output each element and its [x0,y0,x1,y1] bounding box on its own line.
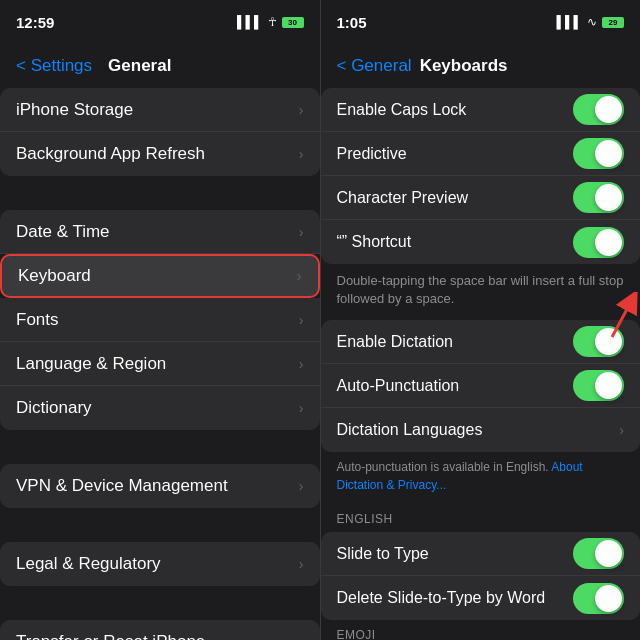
shortcut-label: “” Shortcut [337,233,574,251]
dictation-languages-row[interactable]: Dictation Languages › [321,408,641,452]
transfer-row[interactable]: Transfer or Reset iPhone › [0,620,320,640]
fonts-label: Fonts [16,310,299,330]
keyboard-chevron: › [297,268,302,284]
left-time: 12:59 [16,14,54,31]
spacebar-info: Double-tapping the space bar will insert… [321,264,641,320]
top-toggle-group: Enable Caps Lock Predictive Character Pr… [321,88,641,264]
dictionary-chevron: › [299,400,304,416]
keyboard-row[interactable]: Keyboard › [0,254,320,298]
fonts-row[interactable]: Fonts › [0,298,320,342]
date-time-label: Date & Time [16,222,299,242]
right-back-button[interactable]: < General [337,56,412,76]
separator-3 [0,508,320,542]
left-panel: 12:59 ▌▌▌ ☥ 30 < Settings General iPhone… [0,0,320,640]
dictation-info: Auto-punctuation is available in English… [321,452,641,504]
language-region-row[interactable]: Language & Region › [0,342,320,386]
keyboard-label: Keyboard [18,266,297,286]
iphone-storage-chevron: › [299,102,304,118]
left-settings-list: iPhone Storage › Background App Refresh … [0,88,320,640]
character-preview-toggle[interactable] [573,182,624,213]
left-back-button[interactable]: < Settings [16,56,92,76]
dictation-languages-label: Dictation Languages [337,421,620,439]
left-battery: 30 [282,17,304,28]
enable-dictation-toggle[interactable] [573,326,624,357]
enable-dictation-row[interactable]: Enable Dictation [321,320,641,364]
predictive-toggle[interactable] [573,138,624,169]
right-status-bar: 1:05 ▌▌▌ ∿ 29 [321,0,641,44]
fonts-chevron: › [299,312,304,328]
character-preview-label: Character Preview [337,189,574,207]
character-preview-row[interactable]: Character Preview [321,176,641,220]
enable-caps-lock-toggle[interactable] [573,94,624,125]
right-time: 1:05 [337,14,367,31]
enable-caps-lock-label: Enable Caps Lock [337,101,574,119]
background-app-refresh-row[interactable]: Background App Refresh › [0,132,320,176]
left-status-bar: 12:59 ▌▌▌ ☥ 30 [0,0,320,44]
legal-row[interactable]: Legal & Regulatory › [0,542,320,586]
dictionary-label: Dictionary [16,398,299,418]
right-nav-bar: < General Keyboards [321,44,641,88]
dictation-info-text: Auto-punctuation is available in English… [337,460,552,474]
transfer-chevron: › [299,634,304,640]
separator-1 [0,176,320,210]
vpn-chevron: › [299,478,304,494]
right-battery: 29 [602,17,624,28]
dictation-group: Enable Dictation Auto-Punctuation Dic [321,320,641,452]
shortcut-row[interactable]: “” Shortcut [321,220,641,264]
dictation-languages-chevron: › [619,422,624,438]
language-region-label: Language & Region [16,354,299,374]
legal-chevron: › [299,556,304,572]
right-signal-icon: ▌▌▌ [556,15,582,29]
group-storage: iPhone Storage › Background App Refresh … [0,88,320,176]
dictionary-row[interactable]: Dictionary › [0,386,320,430]
english-section-label: ENGLISH [321,504,641,532]
iphone-storage-row[interactable]: iPhone Storage › [0,88,320,132]
date-time-row[interactable]: Date & Time › [0,210,320,254]
english-group: Slide to Type Delete Slide-to-Type by Wo… [321,532,641,620]
background-app-refresh-label: Background App Refresh [16,144,299,164]
legal-label: Legal & Regulatory [16,554,299,574]
group-datetime: Date & Time › Keyboard › Fonts › Languag… [0,210,320,430]
left-nav-title: General [108,56,171,76]
slide-to-type-label: Slide to Type [337,545,574,563]
language-region-chevron: › [299,356,304,372]
signal-icon: ▌▌▌ [237,15,263,29]
background-app-refresh-chevron: › [299,146,304,162]
vpn-row[interactable]: VPN & Device Management › [0,464,320,508]
auto-punctuation-toggle[interactable] [573,370,624,401]
delete-slide-label: Delete Slide-to-Type by Word [337,589,574,607]
vpn-label: VPN & Device Management [16,476,299,496]
left-nav-bar: < Settings General [0,44,320,88]
iphone-storage-label: iPhone Storage [16,100,299,120]
auto-punctuation-row[interactable]: Auto-Punctuation [321,364,641,408]
group-transfer: Transfer or Reset iPhone › [0,620,320,640]
date-time-chevron: › [299,224,304,240]
right-nav-title: Keyboards [420,56,508,76]
auto-punctuation-label: Auto-Punctuation [337,377,574,395]
separator-4 [0,586,320,620]
right-wifi-icon: ∿ [587,15,597,29]
group-vpn: VPN & Device Management › [0,464,320,508]
shortcut-toggle[interactable] [573,227,624,258]
transfer-label: Transfer or Reset iPhone [16,632,299,640]
slide-to-type-toggle[interactable] [573,538,624,569]
enable-caps-lock-row[interactable]: Enable Caps Lock [321,88,641,132]
right-panel: 1:05 ▌▌▌ ∿ 29 < General Keyboards Enable… [321,0,641,640]
emoji-section-label: EMOJI [321,620,641,640]
predictive-label: Predictive [337,145,574,163]
group-legal: Legal & Regulatory › [0,542,320,586]
delete-slide-toggle[interactable] [573,583,624,614]
delete-slide-row[interactable]: Delete Slide-to-Type by Word [321,576,641,620]
left-status-icons: ▌▌▌ ☥ 30 [237,15,304,29]
separator-2 [0,430,320,464]
right-status-icons: ▌▌▌ ∿ 29 [556,15,624,29]
enable-dictation-label: Enable Dictation [337,333,574,351]
keyboards-list: Enable Caps Lock Predictive Character Pr… [321,88,641,640]
wifi-icon: ☥ [268,15,277,29]
predictive-row[interactable]: Predictive [321,132,641,176]
slide-to-type-row[interactable]: Slide to Type [321,532,641,576]
